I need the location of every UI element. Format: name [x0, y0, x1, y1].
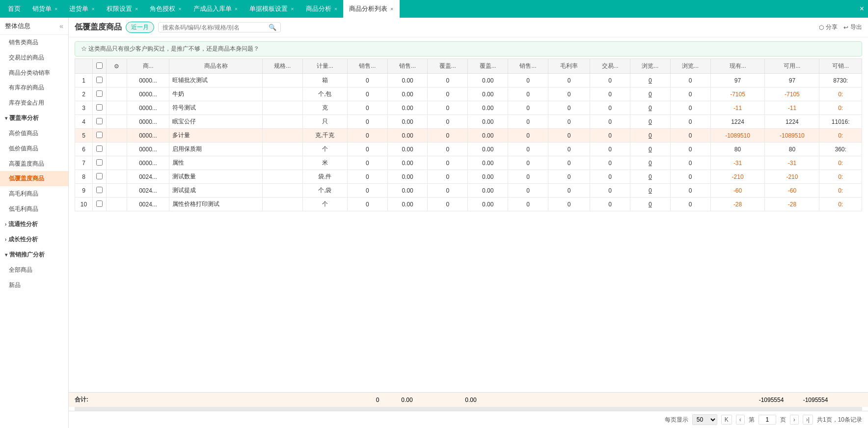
col-header-available[interactable]: 可用...: [765, 59, 819, 74]
select-all-checkbox[interactable]: [96, 62, 103, 69]
sidebar-item-low-profit[interactable]: 低毛利商品: [0, 201, 68, 217]
nav-tab-role[interactable]: 角色授权 ×: [144, 0, 187, 18]
sidebar-section-growth[interactable]: › 成长性分析: [0, 232, 68, 247]
close-goods-analysis-list-icon[interactable]: ×: [390, 6, 393, 12]
row-checkbox[interactable]: [96, 77, 103, 83]
sidebar-section-marketing[interactable]: ▾ 营销推广分析: [0, 247, 68, 262]
close-sales-icon[interactable]: ×: [54, 6, 57, 12]
row-spec: [262, 87, 302, 101]
last-page-button[interactable]: ›|: [803, 415, 813, 425]
col-header-cov1[interactable]: 覆盖...: [428, 59, 468, 74]
col-header-saleable[interactable]: 可销...: [819, 59, 862, 74]
search-input[interactable]: [163, 24, 269, 31]
close-role-icon[interactable]: ×: [178, 6, 181, 12]
col-header-unit[interactable]: 计量...: [302, 59, 347, 74]
row-checkbox[interactable]: [96, 132, 103, 138]
row-available: -210: [765, 170, 819, 184]
col-header-browse1[interactable]: 浏览...: [630, 59, 670, 74]
row-current: -60: [710, 184, 765, 198]
col-header-current[interactable]: 现有...: [710, 59, 765, 74]
total-sales-qty: 0: [363, 397, 392, 403]
sidebar-item-sales-goods[interactable]: 销售类商品: [0, 35, 68, 50]
row-code: 0000...: [127, 115, 169, 129]
next-page-button[interactable]: ›: [790, 415, 799, 425]
row-code: 0000...: [127, 87, 169, 101]
sidebar-item-all-goods[interactable]: 全部商品: [0, 262, 68, 278]
growth-arrow-icon: ›: [5, 237, 6, 242]
nav-tab-permission[interactable]: 权限设置 ×: [101, 0, 144, 18]
row-saleable: 0:: [819, 129, 862, 143]
row-trade: 0: [590, 198, 630, 211]
row-checkbox[interactable]: [96, 145, 103, 152]
nav-tab-goods-analysis[interactable]: 商品分析 ×: [300, 0, 343, 18]
col-header-trade[interactable]: 交易...: [590, 59, 630, 74]
sidebar-title: 整体信息: [5, 22, 30, 30]
first-page-button[interactable]: K: [721, 415, 732, 425]
col-header-gross-rate[interactable]: 毛利率: [548, 59, 590, 74]
sidebar-item-traded-goods[interactable]: 交易过的商品: [0, 50, 68, 65]
nav-tab-home[interactable]: 首页: [2, 0, 27, 18]
nav-tab-sales[interactable]: 销货单 ×: [27, 0, 63, 18]
sidebar-section-coverage[interactable]: ▾ 覆盖率分析: [0, 111, 68, 126]
row-cov2: 0.00: [468, 156, 508, 170]
row-checkbox[interactable]: [96, 200, 103, 207]
footer-total: 合计: 0 0.00 0.00 -1095554 -1095554: [69, 392, 868, 407]
row-sales-qty: 0: [347, 184, 387, 198]
window-close-button[interactable]: ×: [860, 4, 864, 13]
sidebar-collapse-button[interactable]: «: [59, 22, 63, 30]
sidebar-item-high-value[interactable]: 高价值商品: [0, 126, 68, 141]
row-checkbox[interactable]: [96, 159, 103, 166]
sidebar-item-low-value[interactable]: 低价值商品: [0, 141, 68, 156]
row-trade: 0: [590, 101, 630, 115]
row-checkbox[interactable]: [96, 90, 103, 97]
sidebar-item-inventory-capital[interactable]: 库存资金占用: [0, 95, 68, 111]
scrollbar[interactable]: [75, 407, 862, 411]
row-available: -60: [765, 184, 819, 198]
close-purchase-icon[interactable]: ×: [91, 6, 94, 12]
row-cov2: 0.00: [468, 170, 508, 184]
row-checkbox[interactable]: [96, 187, 103, 193]
row-sales-amt: 0.00: [387, 129, 428, 143]
close-goods-analysis-icon[interactable]: ×: [334, 6, 337, 12]
row-code: 0024...: [127, 184, 169, 198]
col-header-browse2[interactable]: 浏览...: [670, 59, 710, 74]
row-code: 0024...: [127, 198, 169, 211]
col-header-sales-amt[interactable]: 销售...: [387, 59, 428, 74]
sidebar-item-high-profit[interactable]: 高毛利商品: [0, 186, 68, 201]
sidebar-item-new-goods[interactable]: 新品: [0, 278, 68, 293]
close-permission-icon[interactable]: ×: [135, 6, 138, 12]
row-checkbox[interactable]: [96, 104, 103, 111]
nav-tab-purchase[interactable]: 进货单 ×: [63, 0, 100, 18]
col-header-spec[interactable]: 规格...: [262, 59, 302, 74]
prev-page-button[interactable]: ‹: [736, 415, 745, 425]
sidebar-item-inventory-goods[interactable]: 有库存的商品: [0, 80, 68, 95]
row-check: [93, 87, 107, 101]
col-header-code[interactable]: 商...: [127, 59, 169, 74]
sidebar-item-low-coverage[interactable]: 低覆盖度商品: [0, 171, 68, 186]
row-unit: 箱: [302, 74, 347, 87]
share-button[interactable]: ⬡ 分享: [819, 23, 838, 31]
sidebar-section-flow[interactable]: › 流通性分析: [0, 217, 68, 232]
col-header-sales-qty[interactable]: 销售...: [347, 59, 387, 74]
filter-recent-month-button[interactable]: 近一月: [126, 22, 154, 33]
per-page-select[interactable]: 50 20 100: [692, 414, 717, 425]
page-input[interactable]: [759, 415, 776, 425]
col-header-name[interactable]: 商品名称: [169, 59, 263, 74]
row-spec: [262, 101, 302, 115]
row-checkbox[interactable]: [96, 118, 103, 124]
sidebar-item-goods-turnover[interactable]: 商品分类动销率: [0, 65, 68, 81]
export-button[interactable]: ↩ 导出: [843, 23, 862, 31]
pagination: 每页显示 50 20 100 K ‹ 第 页 › ›| 共1页，10条记录: [69, 411, 868, 428]
row-spec: [262, 156, 302, 170]
close-product-entry-icon[interactable]: ×: [235, 6, 238, 12]
col-header-settings[interactable]: ⚙: [107, 59, 127, 74]
close-bill-template-icon[interactable]: ×: [291, 6, 294, 12]
row-settings: [107, 115, 127, 129]
col-header-cov2[interactable]: 覆盖...: [468, 59, 508, 74]
row-checkbox[interactable]: [96, 173, 103, 179]
sidebar-item-high-coverage[interactable]: 高覆盖度商品: [0, 156, 68, 171]
nav-tab-product-entry[interactable]: 产成品入库单 ×: [188, 0, 244, 18]
col-header-sales-x[interactable]: 销售...: [508, 59, 548, 74]
nav-tab-goods-analysis-list[interactable]: 商品分析列表 ×: [343, 0, 399, 18]
nav-tab-bill-template[interactable]: 单据模板设置 ×: [244, 0, 299, 18]
